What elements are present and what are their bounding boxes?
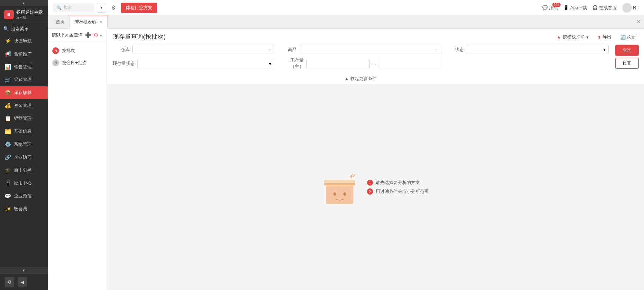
inventory-qty-min[interactable] [306,59,370,68]
collapse-btn[interactable]: ▲ 收起更多条件 [113,74,609,84]
settings-btn[interactable]: 设置 [615,58,639,69]
page-title: 现存量查询(按批次) [113,33,166,41]
trial-btn[interactable]: 体验行业方案 [121,3,157,13]
query-buttons: 查询 设置 [612,45,639,69]
sidebar-collapse-icon: ◀ [21,279,24,285]
marketing-icon: 📢 [5,51,11,57]
settings-scheme-icon[interactable]: ⚙ [94,32,98,38]
sidebar-item-label: 采购管理 [14,77,32,83]
sidebar-item-quicknav[interactable]: ⚡ 快捷导航 [0,35,48,48]
warehouse-dots: ··· [268,47,271,52]
left-panel-items: 按 按批次 按 按仓库+批次 [48,42,107,72]
scheme-batch-label: 按批次 [62,48,75,54]
message-icon: 💬 [542,5,548,10]
sidebar-item-vip[interactable]: ✨ 畅会员 [0,202,48,215]
sidebar-item-wechat[interactable]: 💬 企业微信 [0,189,48,202]
empty-hint-2: 2 用过滤条件来缩小分析范围 [367,188,429,195]
purchase-icon: 🛒 [5,77,11,83]
refresh-icon: 🔄 [620,35,626,40]
inventory-status-dropdown-icon: ▾ [269,61,271,66]
sidebar-item-marketing[interactable]: 📢 营销推广 [0,48,48,60]
sidebar-item-label: 系统管理 [14,141,32,147]
newbie-icon: 🎓 [5,167,11,173]
sidebar-settings-icon: ⚙ [7,279,12,285]
online-service-item[interactable]: 🎧 在线客服 [592,5,617,11]
tabs-bar-close-btn[interactable]: ✕ [636,19,641,25]
scheme-item-warehouse-batch[interactable]: 按 按仓库+批次 [48,57,107,69]
svg-point-4 [333,192,336,196]
tab-close-icon[interactable]: ✕ [99,20,103,25]
sidebar-settings-btn[interactable]: ⚙ [5,277,14,287]
filter-rows: 仓库 ··· 商品 ··· [113,45,609,70]
wechat-icon: 💬 [5,193,11,199]
basic-icon: 🗂️ [5,128,11,134]
sidebar-collapse-btn[interactable]: ◀ [18,277,27,287]
sidebar-item-newbie[interactable]: 🎓 新手引导 [0,164,48,177]
refresh-btn[interactable]: 🔄 刷新 [617,33,639,41]
svg-rect-0 [326,184,353,204]
print-icon: 🖨 [557,35,561,40]
messages-item[interactable]: 💬 消息 99+ [542,5,558,11]
sidebar-item-label: 经营管理 [14,115,32,122]
main-area: 🔍 搜索 ▾ ⚙ 体验行业方案 💬 消息 99+ 📱 App下载 🎧 [48,0,644,290]
filter-area: 现存量查询(按批次) 🖨 按模板打印 ▾ ⬆ 导出 🔄 [107,29,644,84]
range-separator: — [372,61,376,66]
sidebar-item-finance[interactable]: 💰 资金管理 [0,99,48,112]
sidebar-logo: 6 [4,10,14,19]
filter-group-status: 状态 ▾ [447,45,609,54]
query-btn[interactable]: 查询 [615,45,639,56]
inventory-icon: 📦 [5,90,11,96]
filter-group-inventory-qty: 现存量（主） — [280,57,442,70]
filter-row-2: 现存量状态 ▾ 现存量（主） [113,57,609,70]
inventory-qty-max[interactable] [378,59,441,68]
sidebar-item-label: 资金管理 [14,103,32,109]
topbar-search-box[interactable]: 🔍 搜索 [53,3,94,12]
product-input[interactable]: ··· [300,45,442,54]
sidebar-item-inventory[interactable]: 📦 库存核算 [0,86,48,99]
topbar-gear-btn[interactable]: ⚙ [109,3,118,13]
service-icon: 🎧 [592,5,598,10]
sidebar-scroll-up[interactable]: ▲ [0,0,48,6]
sidebar: ▲ 6 畅康通好生意 标准版 🔍 搜索菜单 ⚡ 快捷导航 📢 营销推广 📊 销售… [0,0,48,290]
warehouse-input[interactable]: ··· [132,45,274,54]
filter-group-product: 商品 ··· [280,45,442,54]
sidebar-scroll-down[interactable]: ▼ [0,267,48,273]
app-download-item[interactable]: 📱 App下载 [563,5,587,11]
svg-point-5 [343,192,346,196]
sidebar-item-basic[interactable]: 🗂️ 基础信息 [0,125,48,138]
add-scheme-icon[interactable]: ➕ [85,32,91,38]
inventory-status-select[interactable]: ▾ [137,59,274,68]
sidebar-item-system[interactable]: ⚙️ 系统管理 [0,138,48,151]
warehouse-label: 仓库 [113,47,130,53]
sidebar-item-purchase[interactable]: 🛒 采购管理 [0,73,48,86]
tab-inventory-batch-label: 库存批次账 [74,19,97,25]
print-template-btn[interactable]: 🖨 按模板打印 ▾ [554,33,591,41]
sidebar-app-subtitle: 标准版 [16,15,43,20]
right-panel: 现存量查询(按批次) 🖨 按模板打印 ▾ ⬆ 导出 🔄 [107,29,644,290]
sidebar-item-sales[interactable]: 📊 销售管理 [0,60,48,73]
messages-badge: 99+ [552,3,561,7]
scheme-item-batch[interactable]: 按 按批次 [48,44,107,57]
tabs-bar: 首页 库存批次账 ✕ ✕ [48,16,644,29]
empty-illustration [323,170,357,204]
svg-rect-2 [324,183,340,185]
status-label: 状态 [447,47,464,53]
filter-group-inventory-status: 现存量状态 ▾ [113,59,274,68]
sidebar-item-apps[interactable]: 📱 应用中心 [0,177,48,189]
user-item[interactable]: Rit [622,3,639,13]
sidebar-search[interactable]: 🔍 搜索菜单 [0,23,48,35]
sidebar-item-enterprise[interactable]: 🔗 企业协同 [0,151,48,164]
topbar-dropdown-btn[interactable]: ▾ [97,3,106,13]
sidebar-item-operations[interactable]: 📋 经营管理 [0,112,48,125]
sidebar-item-label: 企业微信 [14,193,32,199]
sidebar-search-label: 搜索菜单 [11,26,29,32]
tab-inventory-batch[interactable]: 库存批次账 ✕ [70,16,108,29]
status-select[interactable]: ▾ [467,45,609,54]
collapse-panel-icon[interactable]: « [100,32,103,38]
export-btn[interactable]: ⬆ 导出 [595,33,614,41]
inventory-qty-range: — [306,59,441,68]
tab-home[interactable]: 首页 [51,16,70,29]
topbar-left: 🔍 搜索 ▾ ⚙ 体验行业方案 [53,3,539,13]
topbar-right: 💬 消息 99+ 📱 App下载 🎧 在线客服 Rit [542,3,639,13]
sidebar-header: 6 畅康通好生意 标准版 [0,6,48,23]
